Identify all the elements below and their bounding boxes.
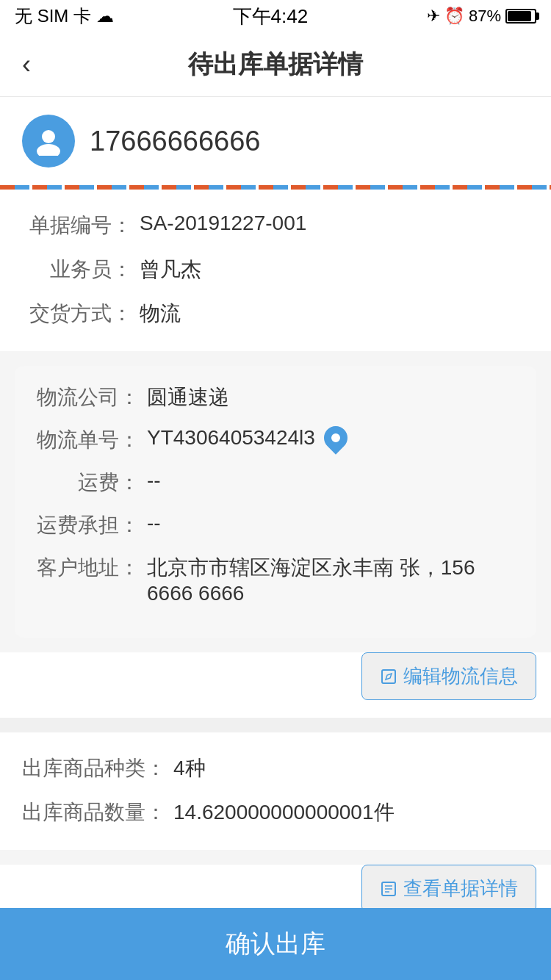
freight-value: -- (140, 469, 522, 492)
status-right: ✈ ⏰ 87% (427, 7, 536, 26)
address-label: 客户地址： (29, 554, 140, 582)
order-info-section: 单据编号： SA-20191227-001 业务员： 曾凡杰 交货方式： 物流 (0, 190, 551, 351)
page-title: 待出库单据详情 (188, 48, 363, 82)
user-phone: 17666666666 (90, 126, 260, 157)
goods-types-value: 4种 (166, 754, 529, 782)
delivery-label: 交货方式： (22, 300, 132, 328)
status-time: 下午4:42 (233, 4, 309, 29)
section-divider-1 (0, 718, 551, 732)
view-detail-button[interactable]: 查看单据详情 (361, 865, 536, 912)
delivery-value: 物流 (132, 300, 529, 328)
status-left: 无 SIM 卡 ☁ (15, 4, 114, 28)
battery-text: 87% (469, 7, 501, 26)
logistics-tracking-label: 物流单号： (29, 426, 140, 454)
view-detail-label: 查看单据详情 (403, 876, 518, 901)
edit-logistics-label: 编辑物流信息 (403, 663, 518, 689)
svg-point-0 (42, 130, 55, 143)
edit-icon (380, 668, 397, 685)
confirm-label: 确认出库 (226, 927, 325, 961)
edit-logistics-container: 编辑物流信息 (0, 652, 551, 718)
logistics-company-value: 圆通速递 (140, 383, 522, 411)
svg-point-1 (37, 144, 60, 156)
address-row: 客户地址： 北京市市辖区海淀区永丰南 张，156 6666 6666 (29, 554, 522, 605)
order-no-label: 单据编号： (22, 212, 132, 239)
freight-row: 运费： -- (29, 469, 522, 497)
salesman-value: 曾凡杰 (132, 256, 529, 284)
location-pin-icon[interactable] (319, 421, 352, 454)
location-icon: ✈ (427, 7, 440, 26)
list-icon (380, 880, 397, 898)
avatar (22, 115, 75, 167)
confirm-bar[interactable]: 确认出库 (0, 908, 551, 980)
freight-bear-row: 运费承担： -- (29, 511, 522, 539)
no-sim-text: 无 SIM 卡 ☁ (15, 4, 114, 28)
status-bar: 无 SIM 卡 ☁ 下午4:42 ✈ ⏰ 87% (0, 0, 551, 32)
goods-quantity-label: 出库商品数量： (22, 799, 166, 826)
delivery-row: 交货方式： 物流 (22, 300, 529, 328)
address-value: 北京市市辖区海淀区永丰南 张，156 6666 6666 (140, 554, 522, 605)
goods-types-label: 出库商品种类： (22, 754, 166, 782)
freight-bear-value: -- (140, 511, 522, 535)
edit-logistics-button[interactable]: 编辑物流信息 (361, 652, 536, 700)
freight-label: 运费： (29, 469, 140, 497)
salesman-row: 业务员： 曾凡杰 (22, 256, 529, 284)
nav-bar: ‹ 待出库单据详情 (0, 32, 551, 97)
goods-quantity-row: 出库商品数量： 14.620000000000001件 (22, 799, 529, 826)
logistics-tracking-row: 物流单号： YT43064053424l3 (29, 426, 522, 454)
logistics-company-label: 物流公司： (29, 383, 140, 411)
freight-bear-label: 运费承担： (29, 511, 140, 539)
logistics-card: 物流公司： 圆通速递 物流单号： YT43064053424l3 运费： -- … (15, 366, 536, 638)
battery-icon (505, 9, 536, 24)
back-button[interactable]: ‹ (22, 49, 31, 80)
alarm-icon: ⏰ (444, 7, 464, 26)
logistics-tracking-value: YT43064053424l3 (140, 426, 522, 450)
svg-rect-2 (382, 670, 395, 683)
person-icon (34, 126, 63, 156)
goods-types-row: 出库商品种类： 4种 (22, 754, 529, 782)
order-no-row: 单据编号： SA-20191227-001 (22, 212, 529, 239)
user-header: 17666666666 (0, 97, 551, 185)
order-no-value: SA-20191227-001 (132, 212, 529, 235)
logistics-company-row: 物流公司： 圆通速递 (29, 383, 522, 411)
salesman-label: 业务员： (22, 256, 132, 284)
goods-quantity-value: 14.620000000000001件 (166, 799, 529, 826)
goods-section: 出库商品种类： 4种 出库商品数量： 14.620000000000001件 (0, 732, 551, 850)
